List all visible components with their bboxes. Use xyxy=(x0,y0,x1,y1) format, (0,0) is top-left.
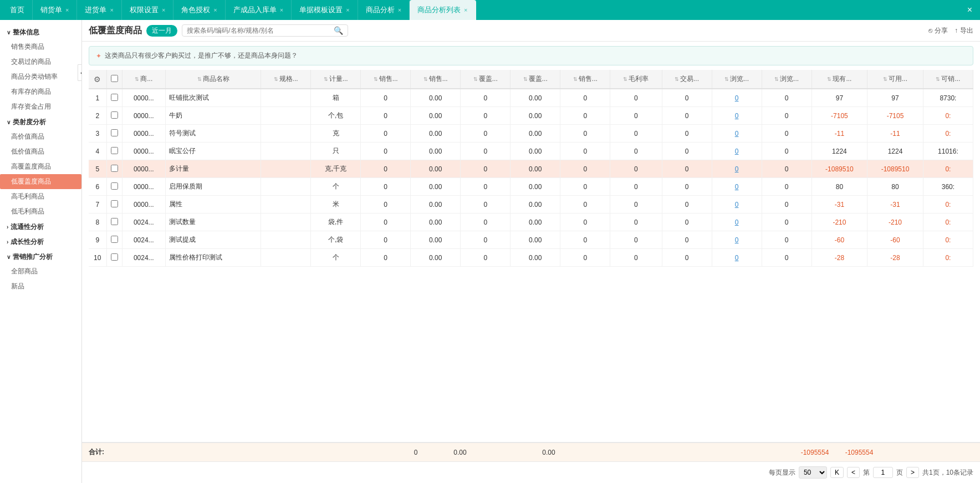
sidebar-item-stocked-products[interactable]: 有库存的商品 xyxy=(0,84,81,99)
row-checkbox[interactable] xyxy=(106,143,122,160)
nav-tab-finished-goods[interactable]: 产成品入库单 × xyxy=(226,0,292,20)
sidebar-item-category-turnover[interactable]: 商品分类动销率 xyxy=(0,69,81,84)
browse2-column-header[interactable]: ⇅浏览... xyxy=(762,70,811,89)
close-tab-roles[interactable]: × xyxy=(213,7,217,13)
row-select-checkbox[interactable] xyxy=(111,94,118,101)
checkbox-column-header[interactable] xyxy=(106,70,122,89)
row-browse1[interactable]: 0 xyxy=(712,107,762,125)
page-size-select[interactable]: 50 100 xyxy=(799,466,827,479)
stock-current-column-header[interactable]: ⇅现有... xyxy=(811,70,867,89)
filter-tag-month[interactable]: 近一月 xyxy=(146,25,177,37)
row-select-checkbox[interactable] xyxy=(111,129,118,136)
browse1-column-header[interactable]: ⇅浏览... xyxy=(712,70,762,89)
row-checkbox[interactable] xyxy=(106,213,122,231)
trade-column-header[interactable]: ⇅交易... xyxy=(662,70,712,89)
close-tab-product-analysis-list[interactable]: × xyxy=(464,7,467,13)
row-select-checkbox[interactable] xyxy=(111,111,118,119)
row-browse1[interactable]: 0 xyxy=(712,160,762,178)
row-stock-available: -210 xyxy=(867,213,923,231)
sidebar-section-liquidity[interactable]: › 流通性分析 xyxy=(0,219,81,234)
sidebar-item-low-coverage[interactable]: 低覆盖度商品 xyxy=(0,174,81,189)
row-browse1[interactable]: 0 xyxy=(712,196,762,213)
sidebar-item-high-margin[interactable]: 高毛利商品 xyxy=(0,189,81,204)
next-page-button[interactable]: > xyxy=(906,467,919,478)
sidebar-item-traded-products[interactable]: 交易过的商品 xyxy=(0,54,81,69)
row-checkbox[interactable] xyxy=(106,89,122,107)
close-tab-purchase[interactable]: × xyxy=(110,7,113,13)
nav-tab-product-analysis[interactable]: 商品分析 × xyxy=(358,0,410,20)
name-column-header[interactable]: ⇅商品名称 xyxy=(165,70,261,89)
row-browse1[interactable]: 0 xyxy=(712,231,762,249)
page-number-input[interactable] xyxy=(873,467,893,478)
row-checkbox[interactable] xyxy=(106,196,122,213)
stock-saleable-column-header[interactable]: ⇅可销... xyxy=(923,70,973,89)
row-select-checkbox[interactable] xyxy=(111,236,118,243)
row-checkbox[interactable] xyxy=(106,231,122,249)
close-tab-product-analysis[interactable]: × xyxy=(398,7,401,13)
row-browse1[interactable]: 0 xyxy=(712,249,762,267)
sidebar-section-growth[interactable]: › 成长性分析 xyxy=(0,234,81,249)
sales-amount-column-header[interactable]: ⇅销售... xyxy=(411,70,461,89)
nav-tab-home[interactable]: 首页 xyxy=(2,0,33,20)
nav-tab-purchase[interactable]: 进货单 × xyxy=(77,0,121,20)
sidebar-item-all-products[interactable]: 全部商品 xyxy=(0,264,81,279)
nav-tab-template[interactable]: 单据模板设置 × xyxy=(292,0,358,20)
row-checkbox[interactable] xyxy=(106,249,122,267)
row-select-checkbox[interactable] xyxy=(111,200,118,207)
coverage1-column-header[interactable]: ⇅覆盖... xyxy=(461,70,511,89)
first-page-button[interactable]: K xyxy=(830,467,844,478)
row-spec xyxy=(261,143,311,160)
sales3-column-header[interactable]: ⇅销售... xyxy=(560,70,610,89)
sales-count-column-header[interactable]: ⇅销售... xyxy=(361,70,411,89)
row-browse1[interactable]: 0 xyxy=(712,178,762,196)
row-checkbox[interactable] xyxy=(106,107,122,125)
row-select-checkbox[interactable] xyxy=(111,165,118,172)
search-input[interactable] xyxy=(187,27,334,34)
sidebar-section-marketing[interactable]: ∨ 营销推广分析 xyxy=(0,249,81,264)
close-tab-permissions[interactable]: × xyxy=(162,7,165,13)
sidebar-section-overall[interactable]: ∨ 整体信息 xyxy=(0,24,81,39)
nav-tab-sales[interactable]: 销货单 × xyxy=(33,0,77,20)
row-no: 5 xyxy=(89,160,106,178)
select-all-checkbox[interactable] xyxy=(111,75,118,82)
share-button[interactable]: ⎋ 分享 xyxy=(928,26,948,35)
row-select-checkbox[interactable] xyxy=(111,253,118,261)
table-row: 6 0000... 启用保质期 个 0 0.00 0 0.00 0 0 0 0 … xyxy=(89,178,973,196)
close-all-tabs[interactable]: × xyxy=(962,5,978,15)
search-icon[interactable]: 🔍 xyxy=(334,26,343,35)
row-checkbox[interactable] xyxy=(106,178,122,196)
close-tab-sales[interactable]: × xyxy=(65,7,69,13)
nav-tab-product-analysis-list[interactable]: 商品分析列表 × xyxy=(410,0,476,20)
coverage2-column-header[interactable]: ⇅覆盖... xyxy=(511,70,560,89)
row-checkbox[interactable] xyxy=(106,160,122,178)
gear-column-header[interactable]: ⚙ xyxy=(89,70,106,89)
row-select-checkbox[interactable] xyxy=(111,182,118,190)
sidebar-item-high-value[interactable]: 高价值商品 xyxy=(0,129,81,144)
row-browse1[interactable]: 0 xyxy=(712,89,762,107)
close-tab-finished-goods[interactable]: × xyxy=(280,7,283,13)
row-select-checkbox[interactable] xyxy=(111,147,118,154)
prev-page-button[interactable]: < xyxy=(847,467,860,478)
spec-column-header[interactable]: ⇅规格... xyxy=(261,70,311,89)
code-column-header[interactable]: ⇅商... xyxy=(122,70,165,89)
row-browse1[interactable]: 0 xyxy=(712,213,762,231)
sidebar-section-coverage[interactable]: ∨ 类射度分析 xyxy=(0,114,81,129)
sidebar-item-low-margin[interactable]: 低毛利商品 xyxy=(0,204,81,219)
stock-available-column-header[interactable]: ⇅可用... xyxy=(867,70,923,89)
row-checkbox[interactable] xyxy=(106,125,122,143)
unit-column-header[interactable]: ⇅计量... xyxy=(311,70,361,89)
sidebar-item-high-coverage[interactable]: 高覆盖度商品 xyxy=(0,159,81,174)
sidebar-collapse-button[interactable]: « xyxy=(78,64,82,81)
nav-tab-roles[interactable]: 角色授权 × xyxy=(173,0,225,20)
sidebar-item-new-products[interactable]: 新品 xyxy=(0,279,81,294)
sidebar-item-low-value[interactable]: 低价值商品 xyxy=(0,144,81,159)
close-tab-template[interactable]: × xyxy=(346,7,349,13)
row-browse1[interactable]: 0 xyxy=(712,143,762,160)
row-browse1[interactable]: 0 xyxy=(712,125,762,143)
nav-tab-permissions[interactable]: 权限设置 × xyxy=(122,0,173,20)
export-button[interactable]: ↑ 导出 xyxy=(955,26,973,35)
sidebar-item-sales-products[interactable]: 销售类商品 xyxy=(0,39,81,54)
sidebar-item-inventory-capital[interactable]: 库存资金占用 xyxy=(0,99,81,114)
row-select-checkbox[interactable] xyxy=(111,218,118,225)
gross-margin-column-header[interactable]: ⇅毛利率 xyxy=(610,70,662,89)
